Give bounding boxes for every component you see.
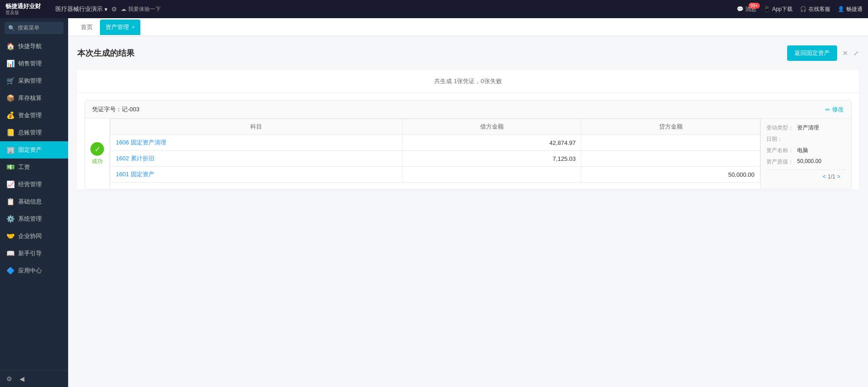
bell-icon: 💬 bbox=[737, 6, 744, 12]
debit-1601 bbox=[402, 167, 581, 183]
sidebar-label-fixedassets: 固定资产 bbox=[18, 146, 42, 154]
experience-button[interactable]: ☁ 我要体验一下 bbox=[121, 5, 161, 13]
sidebar-item-guide[interactable]: 📖 新手引导 bbox=[0, 245, 68, 262]
tab-home[interactable]: 首页 bbox=[75, 20, 98, 35]
search-icon: 🔍 bbox=[8, 25, 15, 31]
sidebar-item-sysmanage[interactable]: ⚙️ 系统管理 bbox=[0, 210, 68, 228]
sidebar-item-purchase[interactable]: 🛒 采购管理 bbox=[0, 72, 68, 89]
sidebar-item-baseinfo[interactable]: 📋 基础信息 bbox=[0, 193, 68, 210]
sidebar-item-appcenter[interactable]: 🔷 应用中心 bbox=[0, 262, 68, 279]
sidebar-item-bizmanage[interactable]: 📈 经营管理 bbox=[0, 176, 68, 193]
company-selector[interactable]: 医疗器械行业演示 ▾ bbox=[55, 5, 108, 13]
credit-1602 bbox=[581, 151, 760, 167]
voucher-number: 凭证字号：记-003 bbox=[92, 105, 139, 114]
sidebar-label-sales: 销售管理 bbox=[18, 60, 42, 68]
voucher-card: 凭证字号：记-003 ✏ 修改 ✓ 成功 bbox=[84, 100, 852, 189]
settings-footer-icon[interactable]: ⚙ bbox=[6, 375, 12, 382]
asset-name-row: 资产名称： 电脑 bbox=[766, 147, 846, 154]
app-icon: 🔷 bbox=[6, 267, 15, 275]
sidebar-label-sysmanage: 系统管理 bbox=[18, 215, 42, 223]
asset-value-label: 资产原值： bbox=[766, 158, 794, 166]
page-header: 本次生成的结果 返回固定资产 ✕ ⤢ bbox=[77, 45, 859, 61]
sidebar-label-cooperation: 企业协同 bbox=[18, 232, 42, 240]
headset-icon: 🎧 bbox=[800, 6, 807, 12]
debit-1602: 7,125.03 bbox=[402, 151, 581, 167]
sidebar-item-ledger[interactable]: 📒 总账管理 bbox=[0, 124, 68, 141]
voucher-table-wrap: ✓ 成功 科目 借方金额 贷方金额 bbox=[85, 119, 851, 189]
page-info: 1/1 bbox=[828, 174, 835, 180]
result-panel: 共生成 1张凭证，0张失败 凭证字号：记-003 ✏ 修改 ✓ bbox=[77, 70, 859, 189]
prev-page-button[interactable]: < bbox=[823, 174, 826, 180]
notifications-button[interactable]: 💬 消息 99+ bbox=[737, 5, 756, 13]
sidebar-item-cooperation[interactable]: 🤝 企业协同 bbox=[0, 228, 68, 245]
sidebar-item-inventory[interactable]: 📦 库存核算 bbox=[0, 89, 68, 107]
collapse-sidebar-button[interactable]: ◀ bbox=[20, 375, 25, 382]
clipboard-icon: 📋 bbox=[6, 198, 15, 206]
credit-1601: 50,000.00 bbox=[581, 167, 760, 183]
col-subject: 科目 bbox=[110, 119, 403, 135]
page-content: 本次生成的结果 返回固定资产 ✕ ⤢ 共生成 1张凭证，0张失败 凭证字号：记-… bbox=[68, 36, 868, 387]
sidebar-item-finance[interactable]: 💰 资金管理 bbox=[0, 107, 68, 124]
sidebar-item-sales[interactable]: 📊 销售管理 bbox=[0, 55, 68, 72]
col-debit: 借方金额 bbox=[402, 119, 581, 135]
asset-name-label: 资产名称： bbox=[766, 147, 794, 154]
customer-service-button[interactable]: 🎧 在线客服 bbox=[800, 5, 830, 13]
next-page-button[interactable]: > bbox=[837, 174, 840, 180]
edit-icon: ✏ bbox=[825, 106, 830, 113]
tabs-bar: 首页 资产管理 × bbox=[68, 18, 868, 36]
box-icon: 📦 bbox=[6, 94, 15, 102]
tab-close-button[interactable]: × bbox=[132, 24, 135, 30]
sidebar-item-fixedassets[interactable]: 🏢 固定资产 bbox=[0, 141, 68, 159]
topbar: 畅捷通好业财 普及版 医疗器械行业演示 ▾ ⚙ ☁ 我要体验一下 💬 消息 99… bbox=[0, 0, 868, 18]
money-icon: 💰 bbox=[6, 111, 15, 119]
page-title: 本次生成的结果 bbox=[77, 48, 134, 59]
cart-icon: 🛒 bbox=[6, 77, 15, 85]
expand-panel-button[interactable]: ⤢ bbox=[853, 50, 859, 57]
sidebar-label-purchase: 采购管理 bbox=[18, 77, 42, 85]
success-label: 成功 bbox=[92, 158, 103, 165]
edit-button[interactable]: ✏ 修改 bbox=[825, 105, 844, 114]
guide-icon: 📖 bbox=[6, 249, 15, 258]
change-type-row: 变动类型： 资产清理 bbox=[766, 124, 846, 132]
subject-1602: 1602 累计折旧 bbox=[110, 151, 403, 167]
close-panel-button[interactable]: ✕ bbox=[843, 50, 848, 57]
sidebar-label-inventory: 库存核算 bbox=[18, 94, 42, 102]
app-edition: 普及版 bbox=[5, 10, 41, 15]
app-download-button[interactable]: 📱 App下载 bbox=[764, 5, 793, 13]
book-icon: 📒 bbox=[6, 129, 15, 137]
date-row: 日期： bbox=[766, 135, 846, 143]
company-name: 医疗器械行业演示 bbox=[55, 5, 103, 13]
home-icon: 🏠 bbox=[6, 42, 15, 50]
chevron-down-icon: ▾ bbox=[104, 6, 108, 13]
change-type-label: 变动类型： bbox=[766, 124, 794, 132]
sidebar-label-ledger: 总账管理 bbox=[18, 129, 42, 137]
search-menu-button[interactable]: 🔍 搜索菜单 bbox=[5, 22, 64, 34]
settings-icon[interactable]: ⚙ bbox=[111, 5, 117, 13]
payroll-icon: 💵 bbox=[6, 163, 15, 171]
sidebar-label-finance: 资金管理 bbox=[18, 111, 42, 119]
side-info-panel: 变动类型： 资产清理 日期： 资产名称： 电脑 bbox=[760, 119, 851, 189]
subject-1606: 1606 固定资产清理 bbox=[110, 135, 403, 151]
user-menu[interactable]: 👤 畅捷通 bbox=[838, 5, 863, 13]
sidebar-search-area: 🔍 搜索菜单 bbox=[0, 18, 68, 38]
change-type-value: 资产清理 bbox=[797, 124, 819, 132]
cloud-icon: ☁ bbox=[121, 6, 126, 12]
handshake-icon: 🤝 bbox=[6, 232, 15, 240]
date-label: 日期： bbox=[766, 135, 783, 143]
sidebar-label-bizmanage: 经营管理 bbox=[18, 180, 42, 189]
credit-1606 bbox=[581, 135, 760, 151]
result-summary: 共生成 1张凭证，0张失败 bbox=[77, 70, 859, 93]
main-layout: 🔍 搜索菜单 🏠 快捷导航 📊 销售管理 🛒 采购管理 📦 库存核算 bbox=[0, 18, 868, 387]
subject-1601: 1601 固定资产 bbox=[110, 167, 403, 183]
sidebar-label-baseinfo: 基础信息 bbox=[18, 198, 42, 206]
chart-icon: 📊 bbox=[6, 60, 15, 68]
table-row: 1602 累计折旧 7,125.03 bbox=[110, 151, 760, 167]
asset-value-row: 资产原值： 50,000.00 bbox=[766, 158, 846, 166]
sidebar-label-payroll: 工资 bbox=[18, 163, 30, 171]
sidebar-item-quicknav[interactable]: 🏠 快捷导航 bbox=[0, 38, 68, 55]
tab-asset-management[interactable]: 资产管理 × bbox=[100, 20, 140, 35]
building-icon: 🏢 bbox=[6, 146, 15, 154]
sidebar-nav: 🏠 快捷导航 📊 销售管理 🛒 采购管理 📦 库存核算 💰 资金管理 📒 bbox=[0, 38, 68, 370]
sidebar-item-payroll[interactable]: 💵 工资 bbox=[0, 159, 68, 176]
return-button[interactable]: 返回固定资产 bbox=[787, 45, 837, 61]
